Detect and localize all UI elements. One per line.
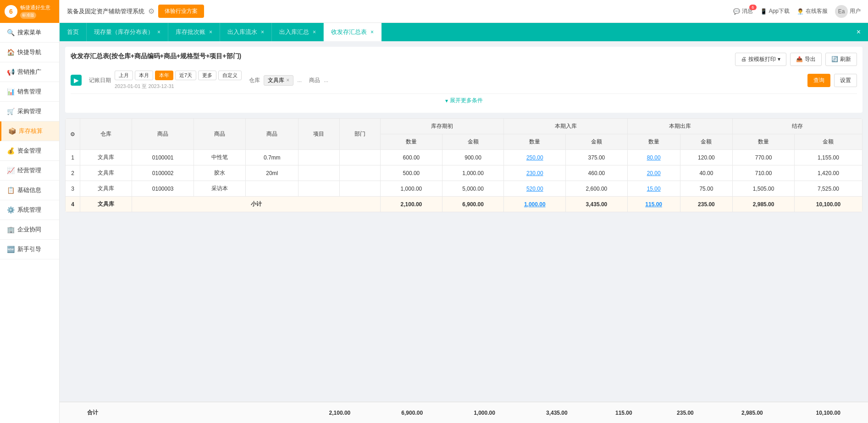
- filter-settings-button[interactable]: 设置: [834, 74, 857, 87]
- sidebar-item-purchase[interactable]: 🛒 采购管理: [0, 102, 59, 121]
- sidebar-item-system-label: 系统管理: [17, 206, 41, 214]
- logo-text: 畅捷通好生意: [20, 4, 50, 11]
- sidebar-item-quicknav[interactable]: 🏠 快捷导航: [0, 43, 59, 62]
- tab-inout-flow[interactable]: 出入库流水 ×: [220, 23, 272, 41]
- row-in-qty[interactable]: 250.00: [504, 150, 566, 165]
- date-btn-7days[interactable]: 近7天: [175, 71, 196, 80]
- th-settings: ⚙: [66, 119, 80, 150]
- warehouse-more-btn[interactable]: ...: [297, 77, 302, 83]
- system-icon: ⚙️: [6, 206, 15, 214]
- row-out-amt: 75.00: [680, 181, 733, 197]
- row-in-qty[interactable]: 520.00: [504, 181, 566, 197]
- tab-inventory-dist[interactable]: 现存量（库存分布表） ×: [87, 23, 168, 41]
- message-icon-item[interactable]: 💬 消息 6: [733, 7, 753, 15]
- sidebar-item-search[interactable]: 🔍 搜索菜单: [0, 23, 59, 43]
- message-badge: 6: [749, 5, 757, 10]
- user-item[interactable]: Ea 用户: [835, 5, 861, 18]
- th-opening-amt: 金额: [442, 134, 504, 150]
- expand-link[interactable]: ▾ 展开更多条件: [445, 97, 483, 104]
- export-icon: 📤: [796, 56, 803, 62]
- row-out-qty[interactable]: 80.00: [627, 150, 680, 165]
- row-closing-qty: 710.00: [733, 165, 795, 181]
- filter-card: 收发存汇总表(按仓库+商品编码+商品+规格型号+项目+部门) 🖨 按模板打印 ▾…: [65, 47, 862, 113]
- date-btn-last-month[interactable]: 上月: [115, 71, 133, 80]
- subtotal-closing-qty: 2,985.00: [733, 197, 795, 212]
- table-row: 1 文具库 0100001 中性笔 0.7mm 600.00 900.00 25…: [66, 150, 862, 165]
- date-btn-custom[interactable]: 自定义: [218, 71, 242, 80]
- tab-batch-close[interactable]: ×: [209, 29, 212, 35]
- refresh-button[interactable]: 🔄 刷新: [825, 53, 857, 66]
- sidebar-item-basic[interactable]: 📋 基础信息: [0, 181, 59, 200]
- row-out-amt: 40.00: [680, 165, 733, 181]
- row-closing-qty: 770.00: [733, 150, 795, 165]
- tab-inout-summary-close[interactable]: ×: [313, 29, 316, 35]
- sidebar-item-inventory-label: 库存核算: [19, 127, 43, 135]
- th-product-name: 商品: [194, 119, 246, 150]
- sidebar-item-inventory[interactable]: 📦 库存核算: [0, 121, 59, 141]
- tab-receive-send-label: 收发存汇总表: [331, 28, 367, 36]
- sidebar-item-finance[interactable]: 💰 资金管理: [0, 141, 59, 161]
- enterprise-icon: 🏢: [6, 226, 15, 233]
- total-opening-amt: 6,900.00: [376, 406, 448, 419]
- sidebar-item-purchase-label: 采购管理: [17, 107, 41, 115]
- online-service-item[interactable]: 👨‍💼 在线客服: [797, 7, 828, 15]
- expand-bar: ▾ 展开更多条件: [71, 93, 857, 107]
- row-opening-qty: 500.00: [381, 165, 442, 181]
- date-btn-this-year[interactable]: 本年: [155, 71, 173, 80]
- tab-inout-summary[interactable]: 出入库汇总 ×: [272, 23, 324, 41]
- tab-inout-flow-close[interactable]: ×: [261, 29, 264, 35]
- product-filter-group: 商品 ...: [309, 77, 328, 84]
- print-button[interactable]: 🖨 按模板打印 ▾: [735, 53, 786, 66]
- app-download-item[interactable]: 📱 App下载: [760, 7, 790, 15]
- message-icon: 💬: [733, 8, 740, 15]
- total-closing-amt: 10,100.00: [788, 406, 868, 419]
- export-button[interactable]: 📤 导出: [790, 53, 822, 66]
- row-out-qty[interactable]: 20.00: [627, 165, 680, 181]
- tab-inventory-dist-close[interactable]: ×: [157, 29, 160, 35]
- sidebar-logo: 6 畅捷通好生意 标准版: [0, 0, 59, 23]
- row-department: [339, 165, 380, 181]
- row-closing-amt: 1,420.00: [794, 165, 862, 181]
- tab-receive-send[interactable]: 收发存汇总表 ×: [324, 23, 381, 41]
- tab-home[interactable]: 首页: [60, 23, 87, 41]
- sidebar-item-operations[interactable]: 📈 经营管理: [0, 161, 59, 181]
- th-project: 项目: [299, 119, 339, 150]
- row-opening-qty: 600.00: [381, 150, 442, 165]
- product-more-btn[interactable]: ...: [324, 77, 328, 83]
- date-btn-this-month[interactable]: 本月: [135, 71, 153, 80]
- tab-receive-send-close[interactable]: ×: [370, 29, 374, 35]
- sidebar-item-enterprise[interactable]: 🏢 企业协同: [0, 220, 59, 240]
- tab-bar-close-icon[interactable]: ×: [849, 28, 868, 36]
- total-out-qty: 115.00: [593, 406, 654, 419]
- download-icon: 📱: [760, 8, 767, 15]
- row-product-spec: 0.7mm: [246, 150, 299, 165]
- gear-icon[interactable]: ⚙: [148, 7, 155, 16]
- row-project: [299, 150, 339, 165]
- sidebar-item-marketing[interactable]: 📢 营销推广: [0, 62, 59, 82]
- sidebar-item-sales[interactable]: 📊 销售管理: [0, 82, 59, 102]
- query-button[interactable]: 查询: [807, 74, 830, 87]
- row-opening-amt: 1,000.00: [442, 165, 504, 181]
- header-left: 装备及固定资产辅助管理系统 ⚙ 体验行业方案: [67, 5, 204, 18]
- bottom-total-bar: 合计 2,100.00 6,900.00 1,000.00 3,435.00 1…: [60, 401, 868, 423]
- row-in-qty[interactable]: 230.00: [504, 165, 566, 181]
- tab-inout-flow-label: 出入库流水: [227, 28, 257, 36]
- total-out-amt: 235.00: [654, 406, 716, 419]
- basic-icon: 📋: [6, 187, 15, 194]
- try-button[interactable]: 体验行业方案: [158, 5, 204, 18]
- row-product-spec: [246, 181, 299, 197]
- date-btn-more[interactable]: 更多: [198, 71, 216, 80]
- total-label: 合计: [74, 406, 111, 419]
- filter-toggle-btn[interactable]: ▶: [71, 75, 82, 86]
- row-warehouse: 文具库: [80, 150, 132, 165]
- warehouse-tag-close-icon[interactable]: ×: [286, 77, 289, 83]
- sidebar-item-operations-label: 经营管理: [17, 166, 41, 175]
- sidebar-item-system[interactable]: ⚙️ 系统管理: [0, 200, 59, 220]
- sidebar-item-basic-label: 基础信息: [17, 186, 41, 194]
- sidebar-item-guide[interactable]: 🆕 新手引导: [0, 240, 59, 259]
- date-buttons: 上月 本月 本年 近7天 更多 自定义: [115, 71, 242, 80]
- tab-inventory-dist-label: 现存量（库存分布表）: [94, 28, 154, 36]
- tab-batch[interactable]: 库存批次账 ×: [168, 23, 220, 41]
- th-group-opening: 库存期初: [381, 119, 504, 134]
- row-out-qty[interactable]: 15.00: [627, 181, 680, 197]
